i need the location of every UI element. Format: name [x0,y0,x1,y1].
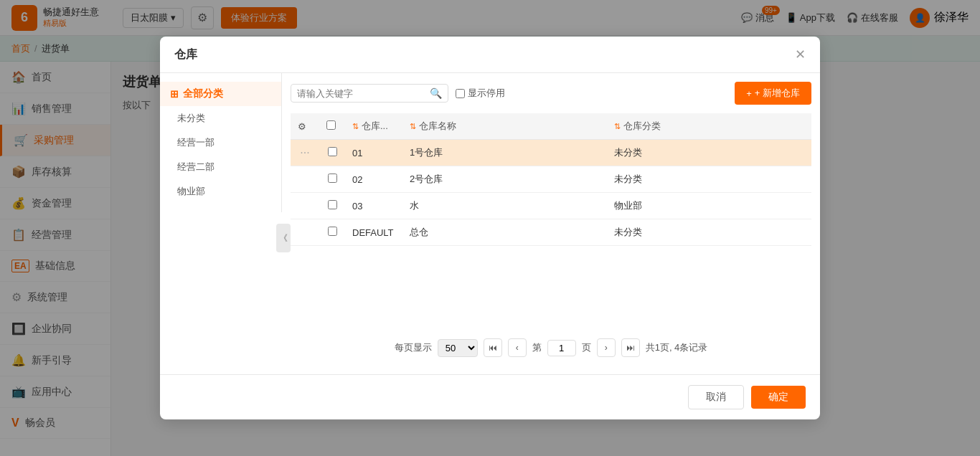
row-checkbox-cell [319,193,345,219]
sort-icon: ⇅ [352,122,359,130]
row-checkbox[interactable] [328,227,337,236]
th-category: ⇅仓库分类 [607,113,811,140]
search-icon: 🔍 [430,87,442,99]
row-category: 未分类 [607,219,811,246]
row-code: DEFAULT [345,219,402,246]
row-dots-cell [291,166,319,193]
sort-icon-cat: ⇅ [614,122,621,130]
cancel-button[interactable]: 取消 [688,385,744,409]
row-checkbox[interactable] [328,174,337,183]
row-options-icon[interactable]: ··· [300,146,309,158]
show-disabled-label: 显示停用 [468,87,505,100]
show-disabled-checkbox[interactable] [456,89,465,98]
next-page-button[interactable]: › [597,338,616,357]
row-category: 物业部 [607,193,811,219]
row-checkbox-cell [319,219,345,246]
th-gear: ⚙ [291,113,319,140]
modal-overlay: 仓库 ✕ ⊞ 全部分类 未分类 经营一部 经营二部 物业部 《 [0,0,980,456]
category-item-0[interactable]: 未分类 [160,106,281,130]
table-panel: 🔍 显示停用 + + 新增仓库 ⚙ [282,73,820,374]
row-code: 02 [345,166,402,193]
tree-collapse-button[interactable]: 《 [276,224,291,252]
page-suffix: 页 [582,341,591,354]
page-number-input[interactable] [547,340,576,356]
row-name: 2号仓库 [402,166,607,193]
per-page-dropdown[interactable]: 50 100 200 [438,339,478,357]
dialog-body: ⊞ 全部分类 未分类 经营一部 经营二部 物业部 《 🔍 [160,73,820,374]
search-input-wrap: 🔍 [291,84,448,103]
row-name: 1号仓库 [402,140,607,166]
category-item-2[interactable]: 经营二部 [160,155,281,179]
category-tree: ⊞ 全部分类 未分类 经营一部 经营二部 物业部 [160,73,282,212]
category-item-3[interactable]: 物业部 [160,179,281,204]
row-dots-cell [291,219,319,246]
row-category: 未分类 [607,140,811,166]
dialog-close-button[interactable]: ✕ [795,47,806,62]
table-row[interactable]: 03 水 物业部 [291,193,811,219]
last-page-button[interactable]: ⏭ [621,338,640,357]
show-disabled-area: 显示停用 [456,87,505,100]
row-code: 03 [345,193,402,219]
category-all-label: 全部分类 [183,87,223,100]
row-name: 总仓 [402,219,607,246]
grid-icon: ⊞ [170,88,179,100]
table-row[interactable]: 02 2号仓库 未分类 [291,166,811,193]
row-dots-cell: ··· [291,140,319,166]
row-checkbox[interactable] [328,147,337,156]
th-code: ⇅仓库... [345,113,402,140]
first-page-button[interactable]: ⏮ [484,338,502,357]
category-all[interactable]: ⊞ 全部分类 [160,82,281,106]
row-checkbox-cell [319,166,345,193]
th-name: ⇅仓库名称 [402,113,607,140]
th-checkbox [319,113,345,140]
per-page-select: 50 100 200 [438,339,478,357]
row-checkbox[interactable] [328,200,337,209]
table-row[interactable]: ··· 01 1号仓库 未分类 [291,140,811,166]
warehouse-table: ⚙ ⇅仓库... ⇅仓库名称 ⇅仓库分类 [291,113,811,246]
row-category: 未分类 [607,166,811,193]
prev-page-button[interactable]: ‹ [508,338,527,357]
sort-icon-name: ⇅ [410,122,416,130]
gear-icon: ⚙ [298,121,306,132]
search-input[interactable] [297,88,430,99]
row-checkbox-cell [319,140,345,166]
warehouse-dialog: 仓库 ✕ ⊞ 全部分类 未分类 经营一部 经营二部 物业部 《 [160,37,820,419]
dialog-header: 仓库 ✕ [160,37,820,73]
page-prefix: 第 [532,341,542,354]
dialog-footer: 取消 确定 [160,374,820,419]
category-tree-wrapper: ⊞ 全部分类 未分类 经营一部 经营二部 物业部 《 [160,73,282,374]
search-bar: 🔍 显示停用 + + 新增仓库 [291,82,811,105]
per-page-label: 每页显示 [395,341,432,354]
dialog-title: 仓库 [174,47,197,62]
category-item-1[interactable]: 经营一部 [160,130,281,155]
table-row[interactable]: DEFAULT 总仓 未分类 [291,219,811,246]
row-dots-cell [291,193,319,219]
select-all-checkbox[interactable] [326,120,336,130]
plus-icon: + [746,88,752,99]
total-records: 共1页, 4条记录 [646,341,708,354]
confirm-button[interactable]: 确定 [751,386,806,409]
pagination: 每页显示 50 100 200 ⏮ ‹ 第 页 › ⏭ 共 [291,330,811,366]
row-code: 01 [345,140,402,166]
row-name: 水 [402,193,607,219]
add-warehouse-button[interactable]: + + 新增仓库 [735,82,811,105]
